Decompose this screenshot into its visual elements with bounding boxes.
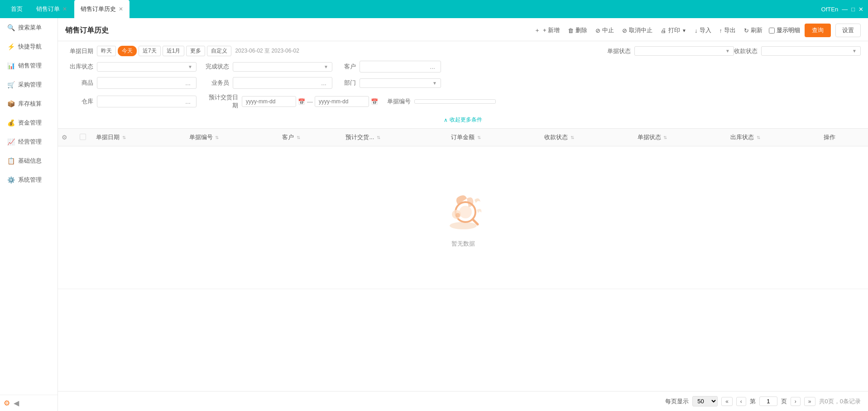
bill-no-input[interactable] [414,99,496,104]
show-cols-checkbox-group[interactable]: 显示明细 [769,26,800,34]
sort-out-status-icon[interactable]: ⇅ [757,135,760,140]
payment-status-select[interactable]: ▼ [761,46,861,56]
export-button[interactable]: ↑ 导出 [718,25,738,35]
date-1month-btn[interactable]: 近1月 [163,46,185,56]
import-button[interactable]: ↓ 导入 [693,25,713,35]
sort-bill-no-icon[interactable]: ⇅ [215,135,219,140]
col-action: 操作 [820,129,868,146]
page-unit: 页 [781,397,787,406]
sort-amount-icon[interactable]: ⇅ [477,135,481,140]
next-page-btn[interactable]: › [791,397,801,406]
sidebar-item-sales-mgmt[interactable]: 📊 销售管理 [0,56,58,75]
sidebar-item-operation-mgmt[interactable]: 📈 经营管理 [0,132,58,151]
customer-select[interactable]: ... [360,61,441,73]
col-bill-date: 单据日期 ⇅ [92,129,186,146]
goods-dots[interactable]: ... [183,79,192,87]
sidebar-item-inventory-calc-label: 库存核算 [18,100,42,108]
sidebar: 🔍 搜索菜单 ⚡ 快捷导航 📊 销售管理 🛒 采购管理 📦 库存核算 💰 资金管… [0,18,58,411]
collapse-row[interactable]: ∧ 收起更多条件 [65,114,861,124]
collapse-up-icon: ∧ [444,117,448,123]
export-icon: ↑ [719,27,723,34]
window-minimize[interactable]: — [842,6,848,13]
customer-dots[interactable]: ... [428,63,437,70]
salesperson-dots[interactable]: ... [319,79,328,87]
sort-customer-icon[interactable]: ⇅ [297,135,300,140]
sidebar-item-operation-mgmt-label: 经营管理 [18,138,42,146]
sort-delivery-icon[interactable]: ⇅ [377,135,380,140]
select-all-checkbox[interactable] [80,134,86,140]
date-more-btn[interactable]: 更多 [186,46,205,56]
filter-row-4: 仓库 ... 预计交货日期 📅 — 📅 单据编号 [65,93,861,110]
sidebar-item-inventory-calc[interactable]: 📦 库存核算 [0,94,58,113]
table-settings-icon[interactable]: ⚙ [62,134,67,141]
svg-point-5 [456,213,460,218]
filter-area: 单据日期 昨天 今天 近7天 近1月 更多 自定义 2023-06-02 至 2… [58,41,868,129]
sort-bill-date-icon[interactable]: ⇅ [122,135,126,140]
settings-button[interactable]: 设置 [835,24,861,37]
goods-select[interactable]: ... [97,77,197,89]
date-custom-btn[interactable]: 自定义 [207,46,231,56]
sidebar-settings-btn[interactable]: ⚙ [4,399,10,407]
tab-sales-order-history[interactable]: 销售订单历史 ✕ [74,0,129,18]
col-settings: ⚙ [58,129,76,146]
sort-payment-icon[interactable]: ⇅ [571,135,574,140]
expected-date-to-input[interactable] [315,96,369,107]
new-button[interactable]: ＋ + 新增 [532,25,561,35]
top-bar-right: OfTEn — □ ✕ [821,6,863,13]
svg-point-0 [450,222,477,229]
tab-sales-order-close[interactable]: ✕ [62,6,67,12]
cancel-stop-button[interactable]: ⊘ 取消中止 [620,25,654,35]
col-expected-delivery: 预计交货... ⇅ [342,129,447,146]
empty-state-cell: 暂无数据 [58,146,868,289]
sidebar-bottom: ⚙ ◀ [0,395,58,411]
expected-date-from-input[interactable] [242,96,296,107]
sidebar-item-basic-info-label: 基础信息 [18,157,42,165]
department-select[interactable]: ▼ [360,78,441,88]
refresh-button[interactable]: ↻ 刷新 [742,25,764,35]
complete-status-select[interactable]: ▼ [233,62,332,72]
system-mgmt-icon: ⚙️ [7,176,14,184]
warehouse-dots[interactable]: ... [183,98,192,105]
calendar-from-icon[interactable]: 📅 [298,98,305,105]
delete-button[interactable]: 🗑 删除 [566,25,589,35]
filter-row-2: 出库状态 ▼ 完成状态 ▼ 客户 ... [65,61,861,73]
prev-page-btn[interactable]: ‹ [736,397,746,406]
page-title: 销售订单历史 [65,26,109,35]
window-close[interactable]: ✕ [858,6,863,13]
window-maximize[interactable]: □ [851,6,855,13]
sort-bill-status-icon[interactable]: ⇅ [663,135,667,140]
salesperson-select[interactable]: ... [233,77,332,89]
calendar-to-icon[interactable]: 📅 [371,98,378,105]
date-7days-btn[interactable]: 近7天 [139,46,161,56]
tab-home[interactable]: 首页 [5,0,29,18]
search-menu-icon: 🔍 [7,24,14,31]
warehouse-select[interactable]: ... [97,96,197,107]
empty-state-row: 暂无数据 [58,146,868,289]
sidebar-item-purchase-mgmt-label: 采购管理 [18,81,42,89]
per-page-select[interactable]: 50 100 200 [692,396,718,406]
sidebar-item-system-mgmt[interactable]: ⚙️ 系统管理 [0,170,58,189]
date-yesterday-btn[interactable]: 昨天 [97,46,116,56]
date-today-btn[interactable]: 今天 [118,46,137,56]
department-label: 部门 [341,79,360,87]
goods-label: 商品 [65,79,97,87]
col-order-amount: 订单金额 ⇅ [447,129,541,146]
stop-button[interactable]: ⊘ 中止 [594,25,616,35]
sidebar-item-capital-mgmt[interactable]: 💰 资金管理 [0,113,58,132]
sidebar-item-search-menu[interactable]: 🔍 搜索菜单 [0,18,58,37]
query-button[interactable]: 查询 [805,24,831,37]
sidebar-item-quick-nav[interactable]: ⚡ 快捷导航 [0,37,58,56]
print-button[interactable]: 🖨 打印 ▼ [659,25,688,35]
sidebar-item-basic-info[interactable]: 📋 基础信息 [0,151,58,170]
show-cols-checkbox[interactable] [769,28,775,34]
date-sep: — [307,98,313,105]
first-page-btn[interactable]: « [721,397,733,406]
out-status-select[interactable]: ▼ [97,62,197,72]
last-page-btn[interactable]: » [804,397,815,406]
tab-sales-order[interactable]: 销售订单 ✕ [30,0,73,18]
page-input[interactable] [759,396,777,406]
sidebar-collapse-btn[interactable]: ◀ [14,399,19,407]
bill-status-select[interactable]: ▼ [634,46,734,56]
tab-sales-order-history-close[interactable]: ✕ [119,6,123,12]
sidebar-item-purchase-mgmt[interactable]: 🛒 采购管理 [0,75,58,94]
